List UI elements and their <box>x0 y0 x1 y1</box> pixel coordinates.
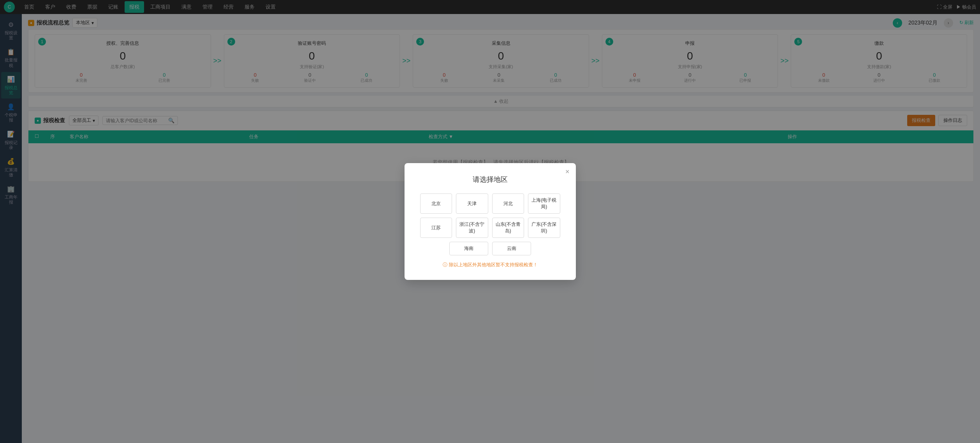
modal-title: 请选择地区 <box>420 175 560 184</box>
region-btn-jiangsu[interactable]: 江苏 <box>420 218 452 238</box>
modal-close-btn[interactable]: × <box>565 168 570 176</box>
region-btn-hebei[interactable]: 河北 <box>492 193 524 214</box>
region-grid-row3: 海南 云南 <box>420 242 560 255</box>
region-btn-hainan[interactable]: 海南 <box>449 242 488 255</box>
region-btn-shandong[interactable]: 山东(不含青岛) <box>492 218 524 238</box>
region-btn-guangdong[interactable]: 广东(不含深圳) <box>528 218 560 238</box>
modal-warning: ⓘ 除以上地区外其他地区暂不支持报税检查！ <box>420 262 560 268</box>
region-grid-row2: 江苏 浙江(不含宁波) 山东(不含青岛) 广东(不含深圳) <box>420 218 560 238</box>
region-btn-zhejiang[interactable]: 浙江(不含宁波) <box>456 218 488 238</box>
region-grid-row1: 北京 天津 河北 上海(电子税局) <box>420 193 560 214</box>
region-btn-yunnan[interactable]: 云南 <box>492 242 531 255</box>
region-modal: × 请选择地区 北京 天津 河北 上海(电子税局) 江苏 浙江(不含宁波) 山东… <box>405 163 576 280</box>
modal-overlay[interactable]: × 请选择地区 北京 天津 河北 上海(电子税局) 江苏 浙江(不含宁波) 山东… <box>0 0 980 443</box>
region-btn-tianjin[interactable]: 天津 <box>456 193 488 214</box>
region-btn-shanghai[interactable]: 上海(电子税局) <box>528 193 560 214</box>
warning-icon: ⓘ <box>443 262 447 268</box>
region-btn-beijing[interactable]: 北京 <box>420 193 452 214</box>
